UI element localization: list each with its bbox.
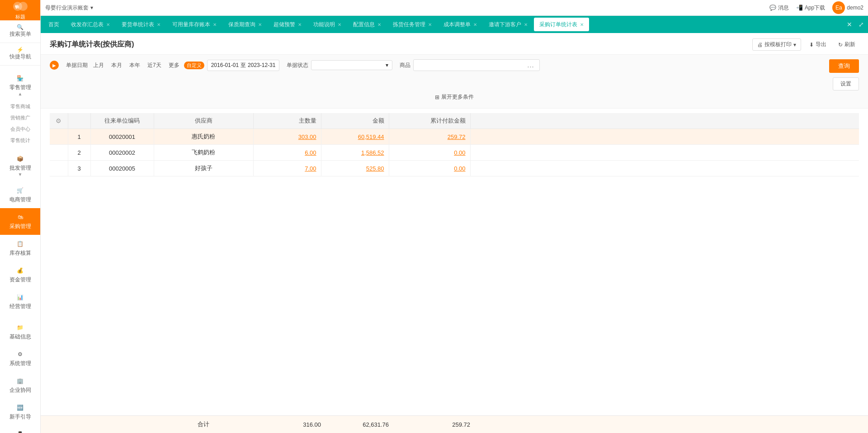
th-amount: 金额 <box>321 113 389 129</box>
row-amount: 60,519.44 <box>321 129 389 145</box>
sidebar-item-search[interactable]: 🔍 搜索英单 <box>0 20 40 43</box>
filter-status-label: 单据状态 <box>287 62 308 69</box>
row-amount: 525.80 <box>321 161 389 176</box>
row-code: 00020005 <box>90 161 154 176</box>
sidebar-item-retail[interactable]: 🏪 零售管理 ▲ <box>0 69 40 101</box>
tab-function-desc[interactable]: 功能说明 ✕ <box>308 18 347 31</box>
company-name: 母婴行业演示账套 <box>45 4 89 12</box>
tab-config-info[interactable]: 配置信息 ✕ <box>348 18 387 31</box>
sidebar-logo: 畅 标题 <box>0 0 41 20</box>
table-row: 2 00020002 飞鹤奶粉 6.00 1,586.52 0.00 <box>50 145 859 161</box>
close-icon[interactable]: ✕ <box>338 22 341 27</box>
sidebar-item-newguide[interactable]: 🆕 新手引导 <box>0 399 40 425</box>
refresh-button[interactable]: ↻ 刷新 <box>835 39 859 50</box>
chevron-down-icon: ▼ <box>18 172 23 177</box>
tab-purchase-order-stats[interactable]: 采购订单统计表 ✕ <box>534 18 589 31</box>
settings-button[interactable]: 设置 <box>833 77 859 90</box>
tab-pick-task[interactable]: 拣货任务管理 ✕ <box>387 18 437 31</box>
sidebar-item-finance[interactable]: 💰 资金管理 <box>0 262 40 288</box>
tab-order-stats[interactable]: 要货单统计表 ✕ <box>116 18 166 31</box>
app-download-btn[interactable]: 📲 App下载 <box>796 4 825 12</box>
nav-tabs: 首页 收发存汇总表 ✕ 要货单统计表 ✕ 可用量库存账本 ✕ 保质期查询 ✕ 超… <box>41 16 868 33</box>
close-icon[interactable]: ✕ <box>298 22 302 27</box>
logo-text: 标题 <box>15 14 25 20</box>
filter-right: 查询 设置 <box>805 59 859 90</box>
more-options-icon[interactable]: … <box>525 61 536 69</box>
row-extra <box>470 129 859 145</box>
sidebar-item-retail-shop[interactable]: 零售商城 <box>0 101 40 112</box>
close-icon[interactable]: ✕ <box>524 22 528 27</box>
export-button[interactable]: ⬇ 导出 <box>806 39 830 50</box>
filter-toggle-btn[interactable]: ▶ <box>50 61 59 70</box>
th-empty <box>470 113 859 129</box>
footer-row: 合计 316.00 62,631.76 259.72 <box>50 416 859 433</box>
user-menu[interactable]: Ea demo2 <box>832 1 863 14</box>
date-start: 2016-01-01 <box>211 62 239 68</box>
row-index: 2 <box>68 145 90 161</box>
sidebar-item-wholesale[interactable]: 📦 批发管理 ▼ <box>0 150 40 181</box>
sidebar-item-enterprise[interactable]: 🏢 企业协同 <box>0 372 40 399</box>
filter-7days-btn[interactable]: 近7天 <box>145 61 164 70</box>
close-icon[interactable]: ✕ <box>428 22 432 27</box>
topbar-right: 💬 消息 📲 App下载 Ea demo2 <box>769 1 863 14</box>
nav-tab-controls: ✕ ⤢ <box>845 20 866 29</box>
close-icon[interactable]: ✕ <box>258 22 262 27</box>
query-button[interactable]: 查询 <box>829 59 859 73</box>
filter-more-btn[interactable]: 更多 <box>166 61 182 70</box>
sidebar-item-system[interactable]: ⚙ 系统管理 <box>0 345 40 372</box>
sidebar-item-marketing[interactable]: 营销推广 <box>0 112 40 124</box>
row-paid: 259.72 <box>389 129 470 145</box>
sidebar-item-purchase[interactable]: 🛍 采购管理 <box>0 208 40 235</box>
maximize-btn[interactable]: ⤢ <box>857 20 866 29</box>
filter-bar: ▶ 单据日期 上月 本月 本年 近7天 更多 自定义 <box>41 55 868 109</box>
close-icon[interactable]: ✕ <box>157 22 160 27</box>
tab-invite-downstream[interactable]: 邀请下游客户 ✕ <box>483 18 533 31</box>
close-icon[interactable]: ✕ <box>106 22 110 27</box>
tab-overstock[interactable]: 超储预警 ✕ <box>268 18 307 31</box>
close-icon[interactable]: ✕ <box>473 22 477 27</box>
app-download-icon: 📲 <box>796 5 803 11</box>
search-icon: 🔍 <box>0 24 40 30</box>
row-supplier: 惠氏奶粉 <box>154 129 253 145</box>
filter-date-range[interactable]: 2016-01-01 至 2023-12-31 <box>207 60 280 71</box>
filter-last-month-btn[interactable]: 上月 <box>90 61 107 70</box>
operation-icon: 📊 <box>16 293 25 302</box>
table-container: ⚙ 往来单位编码 供应商 主数量 金额 <box>41 109 868 415</box>
status-dropdown-icon: ▾ <box>386 62 388 68</box>
filter-this-year-btn[interactable]: 本年 <box>127 61 143 70</box>
tab-cost-adjust[interactable]: 成本调整单 ✕ <box>438 18 482 31</box>
tab-receive-summary[interactable]: 收发存汇总表 ✕ <box>66 18 115 31</box>
filter-this-month-btn[interactable]: 本月 <box>108 61 125 70</box>
row-amount: 1,586.52 <box>321 145 389 161</box>
message-icon: 💬 <box>769 5 776 11</box>
tab-available-stock[interactable]: 可用量库存账本 ✕ <box>167 18 222 31</box>
filter-product-input[interactable]: … <box>413 59 540 71</box>
close-icon[interactable]: ✕ <box>213 22 217 27</box>
print-button[interactable]: 🖨 按模板打印 ▾ <box>752 38 801 51</box>
sidebar-item-appcenter[interactable]: 📱 应用中心 <box>0 425 40 433</box>
row-extra <box>470 145 859 161</box>
filter-row-1: ▶ 单据日期 上月 本月 本年 近7天 更多 自定义 <box>50 59 805 71</box>
sidebar-item-member[interactable]: 会员中心 <box>0 124 40 135</box>
close-icon[interactable]: ✕ <box>377 22 381 27</box>
filter-custom-badge[interactable]: 自定义 <box>184 62 204 69</box>
tab-home[interactable]: 首页 <box>43 18 65 31</box>
sidebar-item-inventory[interactable]: 📋 库存核算 <box>0 235 40 262</box>
sidebar-item-basic[interactable]: 📁 基础信息 <box>0 319 40 345</box>
tab-quality-check[interactable]: 保质期查询 ✕ <box>223 18 267 31</box>
sidebar-item-operation[interactable]: 📊 经营管理 <box>0 288 40 315</box>
th-settings[interactable]: ⚙ <box>50 113 68 129</box>
messages-btn[interactable]: 💬 消息 <box>769 4 789 12</box>
filter-status-select[interactable]: ▾ <box>311 60 392 70</box>
column-settings-icon[interactable]: ⚙ <box>56 117 61 124</box>
close-all-tabs-btn[interactable]: ✕ <box>845 20 854 29</box>
filter-quick-btns: 上月 本月 本年 近7天 更多 自定义 <box>90 61 204 70</box>
sidebar-item-shortcut[interactable]: ⚡ 快捷导航 <box>0 43 40 66</box>
close-icon[interactable]: ✕ <box>580 22 584 27</box>
sidebar-item-ecommerce[interactable]: 🛒 电商管理 <box>0 181 40 208</box>
company-selector[interactable]: 母婴行业演示账套 ▾ <box>45 4 93 12</box>
nav-icon: ⚡ <box>0 47 40 53</box>
sidebar-item-retail-stats[interactable]: 零售统计 <box>0 135 40 146</box>
chevron-right-icon: ▶ <box>52 63 56 68</box>
filter-expand-btn[interactable]: ⊞ 展开更多条件 <box>435 93 474 101</box>
